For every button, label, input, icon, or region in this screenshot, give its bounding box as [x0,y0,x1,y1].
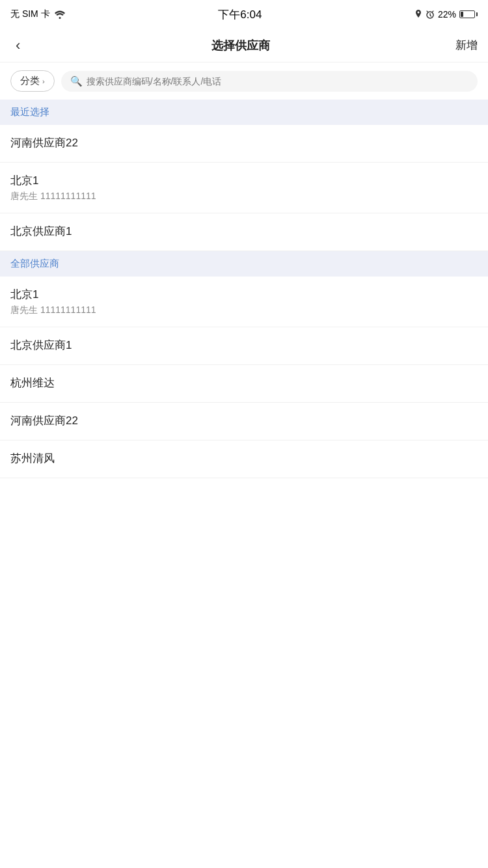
location-icon [414,10,422,19]
new-button[interactable]: 新增 [455,38,478,53]
list-item[interactable]: 北京供应商1 [0,327,488,365]
item-name: 北京1 [10,287,478,302]
search-icon: 🔍 [70,75,83,87]
list-item[interactable]: 北京1唐先生 11111111111 [0,163,488,213]
list-item[interactable]: 杭州维达 [0,365,488,403]
search-input[interactable] [87,76,468,87]
item-name: 杭州维达 [10,375,478,390]
item-name: 北京1 [10,173,478,188]
status-time: 下午6:04 [218,7,262,22]
chevron-right-icon: › [42,77,45,85]
battery-icon [459,10,478,18]
page-title: 选择供应商 [211,38,270,53]
recent-list: 河南供应商22北京1唐先生 11111111111北京供应商1 [0,125,488,251]
list-item[interactable]: 河南供应商22 [0,403,488,441]
item-name: 北京供应商1 [10,338,478,353]
no-sim-label: 无 SIM 卡 [10,8,50,20]
item-name: 河南供应商22 [10,413,478,428]
item-name: 河南供应商22 [10,135,478,150]
item-sub: 唐先生 11111111111 [10,305,478,316]
list-item[interactable]: 北京供应商1 [0,213,488,251]
search-box: 🔍 [61,71,478,92]
item-name: 苏州清风 [10,451,478,466]
category-label: 分类 [20,75,40,87]
battery-percent: 22% [438,9,456,20]
all-section-header: 全部供应商 [0,251,488,277]
category-filter-button[interactable]: 分类 › [10,70,55,92]
back-button[interactable]: ‹ [10,34,25,57]
list-item[interactable]: 河南供应商22 [0,125,488,163]
recent-section-header: 最近选择 [0,100,488,125]
alarm-icon [426,10,435,19]
status-left: 无 SIM 卡 [10,8,66,20]
list-item[interactable]: 苏州清风 [0,441,488,478]
item-name: 北京供应商1 [10,224,478,239]
all-list: 北京1唐先生 11111111111北京供应商1杭州维达河南供应商22苏州清风 [0,277,488,478]
list-item[interactable]: 北京1唐先生 11111111111 [0,277,488,327]
filter-bar: 分类 › 🔍 [0,62,488,100]
status-right: 22% [414,9,478,20]
status-bar: 无 SIM 卡 下午6:04 22% [0,0,488,29]
wifi-icon [54,10,66,19]
nav-bar: ‹ 选择供应商 新增 [0,29,488,62]
item-sub: 唐先生 11111111111 [10,191,478,202]
svg-point-0 [59,17,61,19]
